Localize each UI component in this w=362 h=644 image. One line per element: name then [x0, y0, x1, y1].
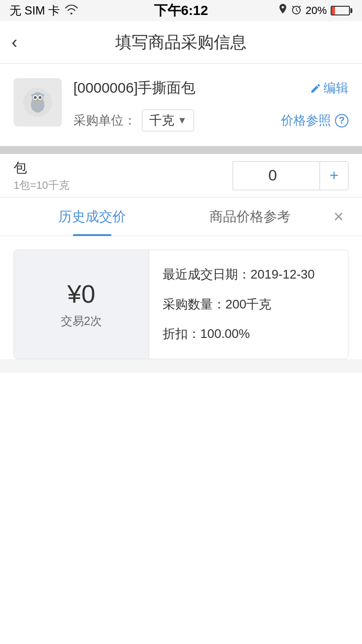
quantity-unit: 包 1包=10千克 [14, 159, 70, 193]
quantity-input[interactable] [233, 161, 320, 190]
edit-button[interactable]: 编辑 [310, 80, 348, 97]
product-card: [0000006]手撕面包 编辑 采购单位： 千克 ▼ 价格参照 ? [0, 64, 362, 146]
quantity-row: 包 1包=10千克 + [0, 154, 362, 197]
bottom-panel: 历史成交价 商品价格参考 × ¥0 交易2次 最近成交日期：2019-12-30… [0, 197, 362, 359]
carrier-text: 无 SIM 卡 [10, 3, 60, 18]
tab-price-reference[interactable]: 商品价格参考 [171, 197, 328, 236]
quantity-plus-button[interactable]: + [320, 161, 348, 190]
empty-space [0, 373, 362, 644]
product-image [14, 78, 62, 126]
alarm-icon [291, 4, 302, 17]
transaction-date: 最近成交日期：2019-12-30 [163, 265, 334, 285]
quantity-control: + [233, 161, 348, 190]
status-indicators: 20% [278, 4, 352, 17]
price-ref-button[interactable]: 价格参照 ? [281, 112, 348, 129]
status-bar: 无 SIM 卡 下午6:12 20% [0, 0, 362, 21]
transaction-discount: 折扣：100.00% [163, 324, 334, 344]
transaction-qty: 采购数量：200千克 [163, 294, 334, 315]
battery-icon [331, 6, 352, 15]
product-info: [0000006]手撕面包 编辑 采购单位： 千克 ▼ 价格参照 ? [73, 78, 348, 131]
page-title: 填写商品采购信息 [115, 31, 247, 54]
close-button[interactable]: × [329, 207, 348, 227]
transaction-count: 交易2次 [61, 313, 102, 329]
status-time: 下午6:12 [154, 1, 208, 20]
wifi-icon [65, 4, 78, 17]
svg-point-6 [34, 96, 37, 99]
tab-underline [73, 234, 111, 236]
transaction-left: ¥0 交易2次 [14, 250, 149, 359]
unit-select-button[interactable]: 千克 ▼ [142, 110, 194, 131]
qty-unit-sub: 1包=10千克 [14, 178, 70, 193]
transaction-right: 最近成交日期：2019-12-30 采购数量：200千克 折扣：100.00% [149, 250, 348, 359]
product-header: [0000006]手撕面包 编辑 [73, 78, 348, 98]
chevron-down-icon: ▼ [177, 115, 187, 126]
product-name: [0000006]手撕面包 [73, 78, 195, 98]
unit-label: 采购单位： [73, 113, 136, 127]
back-button[interactable]: ‹ [12, 32, 17, 53]
tabs-row: 历史成交价 商品价格参考 × [0, 197, 362, 236]
status-carrier: 无 SIM 卡 [10, 3, 78, 18]
nav-bar: ‹ 填写商品采购信息 [0, 21, 362, 64]
unit-row: 采购单位： 千克 ▼ 价格参照 ? [73, 110, 348, 131]
transaction-price: ¥0 [68, 280, 96, 308]
section-divider [0, 146, 362, 154]
location-icon [278, 4, 287, 17]
transaction-card: ¥0 交易2次 最近成交日期：2019-12-30 采购数量：200千克 折扣：… [14, 250, 348, 359]
tab-history-price[interactable]: 历史成交价 [14, 197, 171, 236]
help-icon: ? [335, 114, 348, 127]
unit-selector: 采购单位： 千克 ▼ [73, 110, 194, 131]
svg-point-7 [39, 96, 42, 99]
edit-icon [310, 83, 321, 94]
battery-percent: 20% [306, 4, 327, 17]
qty-unit-main: 包 [14, 159, 27, 177]
